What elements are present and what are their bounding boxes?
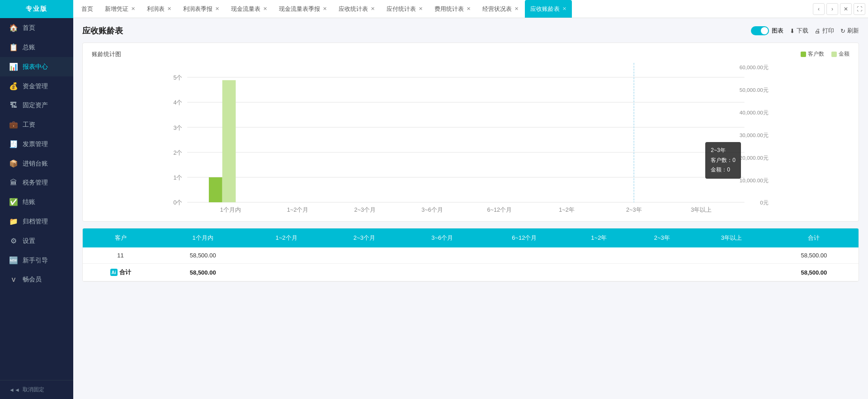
- td-6-12m: [481, 247, 567, 264]
- tab-receivable-stat-close[interactable]: ✕: [371, 6, 375, 12]
- total-row-icon: Ai 合计: [110, 268, 131, 276]
- chart-toggle-label: 图表: [772, 27, 783, 35]
- refresh-label: 刷新: [847, 27, 859, 35]
- svg-text:6~12个月: 6~12个月: [487, 206, 512, 213]
- sidebar-label-reports: 报表中心: [23, 63, 48, 71]
- sidebar-item-sales[interactable]: 📦 进销台账: [0, 154, 73, 173]
- tab-expense-stat-close[interactable]: ✕: [467, 6, 471, 12]
- tab-cashflow-quarter-label: 现金流量表季报: [279, 5, 320, 13]
- sidebar-item-tax[interactable]: 🏛 税务管理: [0, 173, 73, 192]
- tab-profit-quarter[interactable]: 利润表季报 ✕: [178, 0, 225, 18]
- tab-new-voucher[interactable]: 新增凭证 ✕: [99, 0, 141, 18]
- th-total: 合计: [769, 228, 859, 247]
- download-label: 下载: [797, 27, 808, 35]
- tab-new-voucher-close[interactable]: ✕: [131, 6, 135, 12]
- print-icon: 🖨: [815, 28, 821, 34]
- sidebar-item-archive[interactable]: 📁 归档管理: [0, 212, 73, 231]
- svg-text:1个月内: 1个月内: [220, 206, 241, 213]
- legend-customers: 客户数: [801, 50, 824, 58]
- sidebar-label-fixed-assets: 固定资产: [23, 101, 48, 109]
- svg-text:60,000.00元: 60,000.00元: [740, 64, 769, 70]
- sidebar-label-checkout: 结账: [23, 198, 35, 206]
- main-area: 首页 新增凭证 ✕ 利润表 ✕ 利润表季报 ✕ 现金流量表 ✕ 现金流量表季报 …: [73, 0, 868, 399]
- sidebar-item-salary[interactable]: 💼 工资: [0, 115, 73, 134]
- sidebar-item-ledger[interactable]: 📋 总账: [0, 38, 73, 57]
- fixed-assets-icon: 🏗: [9, 101, 18, 109]
- download-button[interactable]: ⬇ 下载: [790, 27, 808, 35]
- sidebar-item-funds[interactable]: 💰 资金管理: [0, 76, 73, 96]
- app-logo: 专业版: [0, 0, 73, 18]
- page-actions: 图表 ⬇ 下载 🖨 打印 ↻ 刷新: [751, 26, 859, 35]
- tab-business-stat-label: 经营状况表: [482, 5, 512, 13]
- sidebar-item-invoice[interactable]: 🧾 发票管理: [0, 134, 73, 154]
- page-title: 应收账龄表: [82, 25, 123, 36]
- svg-text:50,000.00元: 50,000.00元: [740, 87, 769, 93]
- tab-prev-button[interactable]: ‹: [813, 3, 825, 15]
- tab-ar-aging[interactable]: 应收账龄表 ✕: [525, 0, 572, 18]
- sidebar: 专业版 🏠 首页 📋 总账 📊 报表中心 💰 资金管理 🏗 固定资产 💼 工资 …: [0, 0, 73, 399]
- svg-text:0个: 0个: [173, 199, 182, 206]
- th-6-12m: 6~12个月: [481, 228, 567, 247]
- pin-label: 取消固定: [23, 386, 44, 394]
- tab-cashflow-close[interactable]: ✕: [263, 6, 267, 12]
- sidebar-label-funds: 资金管理: [23, 82, 48, 90]
- td-total: 58,500.00: [769, 247, 859, 264]
- tab-home-label: 首页: [81, 5, 93, 13]
- tab-receivable-stat[interactable]: 应收统计表 ✕: [333, 0, 380, 18]
- sidebar-label-salary: 工资: [23, 121, 35, 129]
- sidebar-label-member: 畅会员: [23, 276, 42, 284]
- sidebar-item-home[interactable]: 🏠 首页: [0, 18, 73, 38]
- tab-home[interactable]: 首页: [76, 0, 99, 18]
- tab-ar-aging-close[interactable]: ✕: [562, 6, 566, 12]
- sidebar-item-member[interactable]: V 畅会员: [0, 270, 73, 289]
- ledger-icon: 📋: [9, 43, 18, 52]
- tab-ar-aging-label: 应收账龄表: [530, 5, 560, 13]
- total-6-12m: [481, 264, 567, 281]
- tab-business-stat-close[interactable]: ✕: [514, 6, 519, 12]
- tab-profit-quarter-close[interactable]: ✕: [215, 6, 219, 12]
- tab-payable-stat-close[interactable]: ✕: [419, 6, 423, 12]
- sidebar-label-settings: 设置: [23, 237, 35, 245]
- th-3-6m: 3~6个月: [403, 228, 481, 247]
- sidebar-item-checkout[interactable]: ✅ 结账: [0, 192, 73, 212]
- tab-bar: 首页 新增凭证 ✕ 利润表 ✕ 利润表季报 ✕ 现金流量表 ✕ 现金流量表季报 …: [73, 0, 868, 18]
- bar-customers-0: [209, 177, 222, 202]
- tab-expand-button[interactable]: ⛶: [854, 3, 865, 15]
- tab-expense-stat-label: 费用统计表: [434, 5, 464, 13]
- tab-expense-stat[interactable]: 费用统计表 ✕: [429, 0, 476, 18]
- svg-text:30,000.00元: 30,000.00元: [740, 132, 769, 138]
- sidebar-item-fixed-assets[interactable]: 🏗 固定资产: [0, 96, 73, 115]
- tab-cashflow-label: 现金流量表: [231, 5, 260, 13]
- sidebar-item-guide[interactable]: 🆕 新手引导: [0, 251, 73, 270]
- tab-profit[interactable]: 利润表 ✕: [142, 0, 177, 18]
- svg-text:40,000.00元: 40,000.00元: [740, 109, 769, 115]
- total-2-3m: [326, 264, 403, 281]
- tab-business-stat[interactable]: 经营状况表 ✕: [477, 0, 524, 18]
- sidebar-label-archive: 归档管理: [23, 218, 48, 226]
- svg-text:2~3个月: 2~3个月: [354, 206, 376, 213]
- chart-container: 0个 1个 2个 3个 4个 5个 0元 10,000.00元 20,000.0…: [92, 63, 849, 217]
- tab-payable-stat[interactable]: 应付统计表 ✕: [381, 0, 428, 18]
- tab-controls: ‹ › ✕ ⛶: [813, 3, 865, 15]
- tab-cashflow-quarter[interactable]: 现金流量表季报 ✕: [274, 0, 332, 18]
- sidebar-item-settings[interactable]: ⚙ 设置: [0, 231, 73, 251]
- total-3-6m: [403, 264, 481, 281]
- svg-text:10,000.00元: 10,000.00元: [740, 177, 769, 183]
- chart-toggle[interactable]: [751, 26, 769, 35]
- sidebar-pin-toggle[interactable]: ◄◄ 取消固定: [0, 380, 73, 399]
- td-3y-plus: [693, 247, 769, 264]
- tab-close-button[interactable]: ✕: [840, 3, 852, 15]
- tab-profit-quarter-label: 利润表季报: [183, 5, 212, 13]
- tab-profit-close[interactable]: ✕: [167, 6, 171, 12]
- print-button[interactable]: 🖨 打印: [815, 27, 834, 35]
- total-1-2m: [247, 264, 325, 281]
- total-label: 合计: [119, 268, 131, 276]
- funds-icon: 💰: [9, 82, 18, 90]
- tab-cashflow-quarter-close[interactable]: ✕: [323, 6, 327, 12]
- tab-cashflow[interactable]: 现金流量表 ✕: [226, 0, 273, 18]
- td-2-3m: [326, 247, 403, 264]
- legend-customers-dot: [801, 52, 806, 57]
- tab-next-button[interactable]: ›: [826, 3, 838, 15]
- sidebar-item-reports[interactable]: 📊 报表中心: [0, 57, 73, 76]
- refresh-button[interactable]: ↻ 刷新: [840, 27, 859, 35]
